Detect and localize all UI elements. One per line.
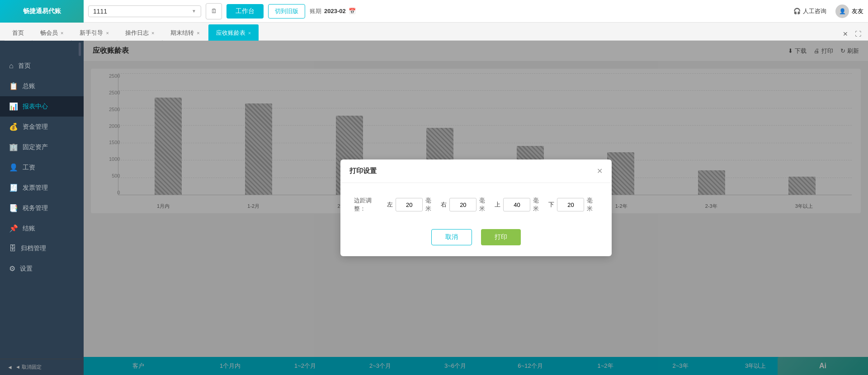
tab-oplog-close[interactable]: × [151, 30, 154, 36]
content-area: 应收账龄表 ⬇ 下载 🖨 打印 ↻ 刷新 [84, 41, 868, 375]
bottom-unit: 毫米 [587, 197, 598, 213]
period-label: 账期 [310, 7, 321, 15]
tab-guide-close[interactable]: × [106, 30, 108, 36]
sidebar-closing-label: 结账 [23, 225, 35, 233]
company-selector[interactable]: 1111 ▼ [88, 5, 201, 17]
workbench-button[interactable]: 工作台 [226, 4, 264, 19]
sidebar-item-ledger[interactable]: 📋 总账 [0, 76, 84, 96]
right-unit: 毫米 [479, 197, 490, 213]
modal-body: 边距调整： 左 毫米 右 毫米 [340, 183, 612, 222]
close-window-button[interactable]: ✕ [839, 28, 852, 40]
funds-icon: 💰 [9, 122, 18, 131]
top-label: 上 [495, 201, 500, 209]
assets-icon: 🏢 [9, 143, 18, 151]
sidebar-invoice-label: 发票管理 [23, 184, 48, 192]
archive-button[interactable]: 🗓 [206, 3, 222, 19]
sidebar-item-payroll[interactable]: 👤 工资 [0, 157, 84, 178]
archive-icon: 🗓 [211, 8, 217, 14]
sidebar-item-invoice[interactable]: 🧾 发票管理 [0, 178, 84, 198]
left-margin-input[interactable] [396, 198, 423, 211]
tab-period-end[interactable]: 期末结转 × [163, 24, 207, 41]
tab-ar-aging-label: 应收账龄表 [216, 29, 245, 37]
payroll-icon: 👤 [9, 163, 18, 172]
sidebar-item-funds[interactable]: 💰 资金管理 [0, 117, 84, 137]
modal-footer: 取消 打印 [340, 222, 612, 256]
modal-overlay: 打印设置 ✕ 边距调整： 左 毫米 右 [84, 41, 868, 375]
app-name: 畅捷通易代账 [23, 7, 61, 15]
sidebar-item-home[interactable]: ⌂ 首页 [0, 56, 84, 76]
tab-member[interactable]: 畅会员 × [33, 24, 71, 41]
tab-oplog[interactable]: 操作日志 × [118, 24, 162, 41]
cancel-button[interactable]: 取消 [431, 229, 472, 245]
collapse-sidebar-button[interactable]: ◄ ◄ 取消固定 [0, 359, 84, 375]
closing-icon: 📌 [9, 224, 18, 233]
margin-row: 边距调整： 左 毫米 右 毫米 [354, 197, 598, 213]
sidebar-archive-label: 归档管理 [21, 244, 46, 253]
calendar-icon[interactable]: 📅 [349, 8, 356, 14]
top-margin-input[interactable] [503, 198, 530, 211]
tab-member-label: 畅会员 [40, 29, 58, 37]
left-label: 左 [387, 201, 393, 209]
bottom-margin-group: 下 毫米 [548, 197, 598, 213]
user-name: 友友 [852, 7, 863, 15]
sidebar-item-closing[interactable]: 📌 结账 [0, 218, 84, 239]
left-margin-group: 左 毫米 [387, 197, 436, 213]
sidebar-assets-label: 固定资产 [23, 143, 48, 151]
right-margin-input[interactable] [449, 198, 476, 211]
home-icon: ⌂ [9, 62, 14, 70]
modal-header: 打印设置 ✕ [340, 159, 612, 183]
headset-icon: 🎧 [793, 8, 801, 14]
print-settings-modal: 打印设置 ✕ 边距调整： 左 毫米 右 [340, 159, 612, 256]
bottom-label: 下 [548, 201, 554, 209]
user-area[interactable]: 👤 友友 [835, 5, 863, 18]
company-name: 1111 [93, 8, 188, 15]
margin-label: 边距调整： [354, 197, 383, 213]
bottom-margin-input[interactable] [557, 198, 584, 211]
tab-member-close[interactable]: × [61, 30, 63, 36]
tab-home[interactable]: 首页 [5, 24, 32, 41]
archive-icon: 🗄 [9, 244, 16, 253]
tab-guide-label: 新手引导 [80, 29, 103, 37]
sidebar-item-reports[interactable]: 📊 报表中心 [0, 96, 84, 117]
collapse-label: ◄ 取消固定 [15, 364, 42, 370]
right-margin-group: 右 毫米 [441, 197, 490, 213]
collapse-icon: ◄ [7, 364, 13, 370]
sidebar-item-tax[interactable]: 📑 税务管理 [0, 198, 84, 218]
tax-icon: 📑 [9, 204, 18, 212]
sidebar-home-label: 首页 [18, 62, 31, 70]
sidebar-reports-label: 报表中心 [23, 103, 48, 111]
tab-guide[interactable]: 新手引导 × [72, 24, 116, 41]
period-area: 账期 2023-02 📅 [310, 7, 356, 15]
tab-period-end-label: 期末结转 [170, 29, 194, 37]
maximize-window-button[interactable]: ⛶ [852, 28, 864, 40]
sidebar-settings-label: 设置 [20, 265, 33, 273]
tab-home-label: 首页 [12, 29, 24, 37]
tab-oplog-label: 操作日志 [125, 29, 149, 37]
switch-old-button[interactable]: 切到旧版 [268, 4, 305, 19]
main-body: ⌂ 首页 📋 总账 📊 报表中心 💰 资金管理 🏢 固定资产 👤 工资 [0, 41, 868, 375]
sidebar-item-archive[interactable]: 🗄 归档管理 [0, 239, 84, 258]
sidebar-ledger-label: 总账 [23, 82, 35, 90]
tab-period-end-close[interactable]: × [197, 30, 199, 36]
invoice-icon: 🧾 [9, 183, 18, 192]
tab-ar-aging[interactable]: 应收账龄表 × [208, 24, 259, 41]
tab-bar: 首页 畅会员 × 新手引导 × 操作日志 × 期末结转 × 应收账龄表 × ✕ … [0, 23, 868, 41]
avatar-icon: 👤 [839, 8, 846, 14]
sidebar-funds-label: 资金管理 [23, 123, 48, 131]
sidebar-item-settings[interactable]: ⚙ 设置 [0, 258, 84, 279]
header-right: 🎧 人工咨询 👤 友友 [793, 5, 863, 18]
reports-icon: 📊 [9, 102, 18, 111]
modal-close-button[interactable]: ✕ [597, 167, 603, 175]
ledger-icon: 📋 [9, 82, 18, 90]
period-value: 2023-02 [324, 8, 346, 14]
right-label: 右 [441, 201, 447, 209]
top-header: 畅捷通易代账 1111 ▼ 🗓 工作台 切到旧版 账期 2023-02 📅 🎧 … [0, 0, 868, 23]
consult-button[interactable]: 🎧 人工咨询 [793, 7, 826, 15]
tab-ar-aging-close[interactable]: × [248, 30, 251, 36]
confirm-print-button[interactable]: 打印 [481, 229, 521, 245]
modal-title: 打印设置 [349, 167, 377, 175]
sidebar: ⌂ 首页 📋 总账 📊 报表中心 💰 资金管理 🏢 固定资产 👤 工资 [0, 41, 84, 375]
chevron-down-icon: ▼ [192, 9, 196, 14]
sidebar-item-assets[interactable]: 🏢 固定资产 [0, 137, 84, 157]
left-unit: 毫米 [425, 197, 436, 213]
